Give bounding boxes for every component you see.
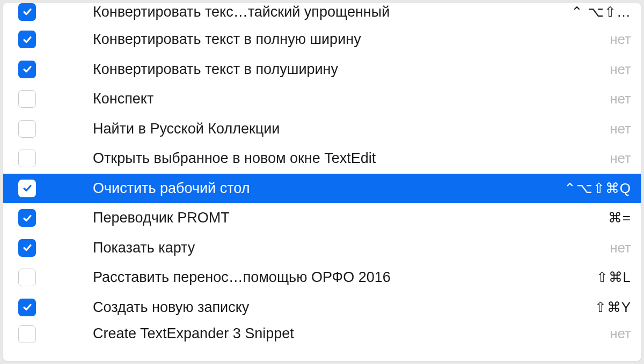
check-icon: [22, 183, 33, 194]
checkbox[interactable]: [18, 325, 36, 343]
check-icon: [22, 34, 33, 45]
shortcut-none[interactable]: нет: [601, 61, 631, 78]
shortcut-none[interactable]: нет: [601, 150, 631, 167]
shortcut[interactable]: ⇧⌘L: [588, 269, 631, 286]
service-label: Конвертировать текст в полуширину: [93, 61, 601, 78]
checkbox[interactable]: [18, 180, 36, 197]
checkbox[interactable]: [18, 209, 36, 227]
list-row[interactable]: Очистить рабочий стол⌃⌥⇧⌘Q: [3, 174, 641, 204]
service-label: Открыть выбранное в новом окне TextEdit: [93, 150, 601, 167]
service-label: Расставить перенос…помощью ОРФО 2016: [93, 269, 588, 286]
checkbox[interactable]: [18, 120, 36, 138]
check-icon: [22, 302, 33, 313]
list-row[interactable]: Конвертировать текст в полную ширинунет: [3, 25, 641, 55]
service-label: Конвертировать текс…тайский упрощенный: [93, 4, 562, 20]
shortcut-none[interactable]: нет: [601, 325, 631, 342]
list-row[interactable]: Конвертировать текст в полуширинунет: [3, 55, 641, 85]
list-row[interactable]: Create TextExpander 3 Snippetнет: [3, 322, 641, 345]
services-shortcut-list: Конвертировать текс…тайский упрощенный⌃ …: [3, 3, 641, 361]
shortcut-none[interactable]: нет: [601, 240, 631, 256]
checkbox[interactable]: [18, 150, 36, 167]
service-label: Переводчик PROMT: [93, 210, 599, 226]
checkbox[interactable]: [18, 299, 36, 316]
checkbox[interactable]: [18, 269, 36, 286]
service-label: Конспект: [93, 91, 601, 107]
checkbox[interactable]: [18, 31, 36, 48]
list-row[interactable]: Конспектнет: [3, 84, 641, 114]
shortcut[interactable]: ⌃ ⌥⇧…: [562, 4, 631, 20]
service-label: Показать карту: [93, 240, 601, 256]
check-icon: [22, 6, 33, 17]
shortcut-none[interactable]: нет: [601, 91, 631, 107]
checkbox[interactable]: [18, 239, 36, 257]
checkbox[interactable]: [18, 3, 36, 21]
checkbox[interactable]: [18, 90, 36, 108]
list-row[interactable]: Конвертировать текс…тайский упрощенный⌃ …: [3, 3, 641, 25]
service-label: Конвертировать текст в полную ширину: [93, 31, 601, 48]
check-icon: [22, 242, 33, 253]
shortcut-none[interactable]: нет: [601, 31, 631, 48]
service-label: Очистить рабочий стол: [93, 180, 555, 197]
shortcut-none[interactable]: нет: [601, 121, 631, 137]
list-row[interactable]: Показать картунет: [3, 233, 641, 263]
shortcut[interactable]: ⌃⌥⇧⌘Q: [555, 180, 631, 197]
check-icon: [22, 64, 33, 75]
list-row[interactable]: Создать новую записку⇧⌘Y: [3, 293, 641, 323]
list-row[interactable]: Открыть выбранное в новом окне TextEditн…: [3, 144, 641, 174]
list-row[interactable]: Найти в Русской Коллекциинет: [3, 114, 641, 144]
shortcut[interactable]: ⇧⌘Y: [586, 299, 631, 316]
service-label: Создать новую записку: [93, 299, 586, 316]
shortcut[interactable]: ⌘=: [599, 210, 631, 226]
checkbox[interactable]: [18, 61, 36, 78]
list-row[interactable]: Переводчик PROMT⌘=: [3, 203, 641, 233]
list-row[interactable]: Расставить перенос…помощью ОРФО 2016⇧⌘L: [3, 263, 641, 293]
check-icon: [22, 213, 33, 224]
service-label: Create TextExpander 3 Snippet: [93, 325, 601, 342]
service-label: Найти в Русской Коллекции: [93, 121, 601, 137]
